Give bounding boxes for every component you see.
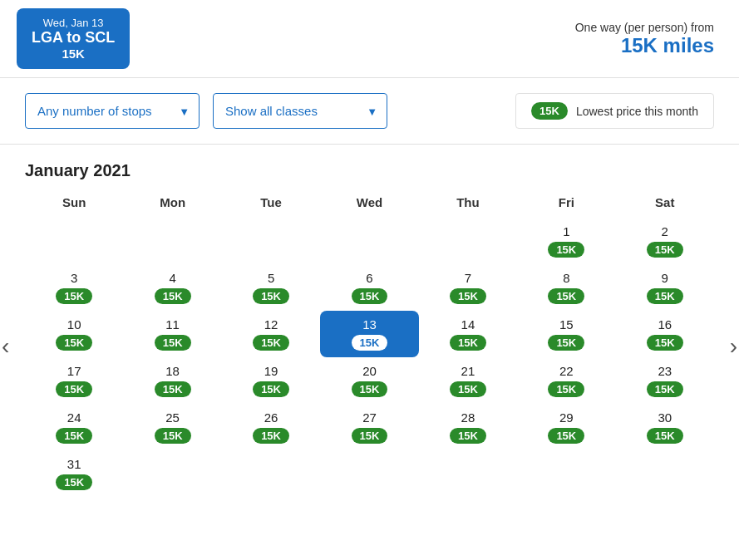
table-row[interactable]: 2615K (222, 404, 320, 450)
table-row[interactable]: 2215K (517, 357, 615, 404)
filters-bar: Any number of stopsNonstop only1 stop or… (0, 78, 739, 145)
calendar-day-number: 15 (520, 317, 612, 332)
price-pill[interactable]: 15K (253, 335, 289, 351)
calendar-day-number: 27 (323, 410, 415, 425)
calendar-day-number: 8 (520, 271, 612, 285)
price-pill[interactable]: 15K (647, 242, 683, 258)
price-pill[interactable]: 15K (548, 381, 584, 397)
price-pill[interactable]: 15K (56, 381, 92, 397)
table-row[interactable]: 1115K (123, 311, 221, 357)
price-pill[interactable]: 15K (352, 381, 388, 397)
table-row[interactable]: 815K (517, 264, 615, 311)
lowest-price-badge: 15K Lowest price this month (515, 93, 714, 129)
table-row[interactable]: 2715K (320, 404, 418, 450)
calendar-day-number: 23 (619, 364, 711, 378)
table-row[interactable]: 715K (419, 264, 517, 311)
price-pill[interactable]: 15K (450, 381, 486, 397)
table-row[interactable]: 215K (616, 218, 714, 264)
calendar-day-number: 20 (323, 364, 415, 378)
calendar-week-row: 2415K2515K2615K2715K2815K2915K3015K (25, 404, 714, 450)
table-row[interactable]: 415K (123, 264, 221, 311)
price-pill[interactable]: 15K (56, 428, 92, 444)
table-row[interactable]: 915K (616, 264, 714, 311)
table-row (517, 450, 615, 497)
price-pill[interactable]: 15K (450, 335, 486, 351)
calendar-day-number: 22 (520, 364, 612, 378)
prev-month-button[interactable]: ‹ (2, 333, 9, 360)
table-row (222, 218, 320, 264)
table-row[interactable]: 2915K (517, 404, 615, 450)
table-row[interactable]: 2115K (419, 357, 517, 404)
price-pill[interactable]: 15K (155, 381, 191, 397)
next-month-button[interactable]: › (730, 333, 737, 360)
price-pill[interactable]: 15K (253, 381, 289, 397)
price-pill[interactable]: 15K (450, 288, 486, 304)
table-row[interactable]: 2815K (419, 404, 517, 450)
price-pill[interactable]: 15K (253, 428, 289, 444)
table-row (222, 450, 320, 497)
calendar-day-number: 31 (28, 457, 120, 471)
table-row[interactable]: 2015K (320, 357, 418, 404)
price-pill[interactable]: 15K (548, 428, 584, 444)
price-pill[interactable]: 15K (56, 335, 92, 351)
calendar-day-number: 3 (28, 271, 120, 285)
price-pill[interactable]: 15K (647, 335, 683, 351)
table-row[interactable]: 1015K (25, 311, 123, 357)
flight-info-card[interactable]: Wed, Jan 13 LGA to SCL 15K (17, 8, 130, 69)
cal-day-header: Sun (25, 195, 123, 218)
price-pill[interactable]: 15K (548, 335, 584, 351)
table-row[interactable]: 1515K (517, 311, 615, 357)
table-row[interactable]: 2315K (616, 357, 714, 404)
price-pill[interactable]: 15K (450, 428, 486, 444)
calendar-header: SunMonTueWedThuFriSat (25, 195, 714, 218)
table-row[interactable]: 1215K (222, 311, 320, 357)
table-row[interactable]: 1815K (123, 357, 221, 404)
cal-day-header: Fri (517, 195, 615, 218)
table-row[interactable]: 2515K (123, 404, 221, 450)
table-row[interactable]: 1715K (25, 357, 123, 404)
cal-day-header: Tue (222, 195, 320, 218)
table-row[interactable]: 1315K (320, 311, 418, 357)
price-pill[interactable]: 15K (56, 288, 92, 304)
calendar-table: SunMonTueWedThuFriSat 115K215K315K415K51… (25, 195, 714, 497)
table-row[interactable]: 615K (320, 264, 418, 311)
table-row (123, 218, 221, 264)
flight-route: LGA to SCL (32, 29, 115, 47)
classes-filter[interactable]: Show all classesEconomyBusinessFirst (213, 93, 387, 129)
calendar-day-number: 10 (28, 317, 120, 332)
price-pill[interactable]: 15K (155, 428, 191, 444)
table-row (419, 218, 517, 264)
table-row[interactable]: 1615K (616, 311, 714, 357)
table-row[interactable]: 515K (222, 264, 320, 311)
calendar-day-number: 30 (619, 410, 711, 425)
calendar-week-row: 3115K (25, 450, 714, 497)
calendar-day-number: 19 (225, 364, 317, 378)
table-row (616, 450, 714, 497)
table-row[interactable]: 1415K (419, 311, 517, 357)
table-row[interactable]: 315K (25, 264, 123, 311)
table-row (123, 450, 221, 497)
classes-filter-wrap: Show all classesEconomyBusinessFirst ▼ (213, 93, 387, 129)
table-row[interactable]: 1915K (222, 357, 320, 404)
calendar-section: January 2021 ‹ SunMonTueWedThuFriSat 115… (0, 145, 739, 522)
calendar-week-row: 315K415K515K615K715K815K915K (25, 264, 714, 311)
table-row[interactable]: 115K (517, 218, 615, 264)
price-pill[interactable]: 15K (352, 428, 388, 444)
stops-filter[interactable]: Any number of stopsNonstop only1 stop or… (25, 93, 200, 129)
price-pill[interactable]: 15K (548, 242, 584, 258)
table-row[interactable]: 3015K (616, 404, 714, 450)
header: Wed, Jan 13 LGA to SCL 15K One way (per … (0, 0, 739, 78)
price-pill[interactable]: 15K (548, 288, 584, 304)
price-pill[interactable]: 15K (647, 428, 683, 444)
table-row[interactable]: 3115K (25, 450, 123, 497)
price-pill[interactable]: 15K (253, 288, 289, 304)
price-pill[interactable]: 15K (155, 288, 191, 304)
calendar-day-number: 26 (225, 410, 317, 425)
price-pill[interactable]: 15K (155, 335, 191, 351)
price-pill[interactable]: 15K (56, 474, 92, 490)
price-pill[interactable]: 15K (647, 288, 683, 304)
price-pill[interactable]: 15K (352, 288, 388, 304)
price-pill[interactable]: 15K (647, 381, 683, 397)
price-pill[interactable]: 15K (352, 335, 388, 351)
table-row[interactable]: 2415K (25, 404, 123, 450)
